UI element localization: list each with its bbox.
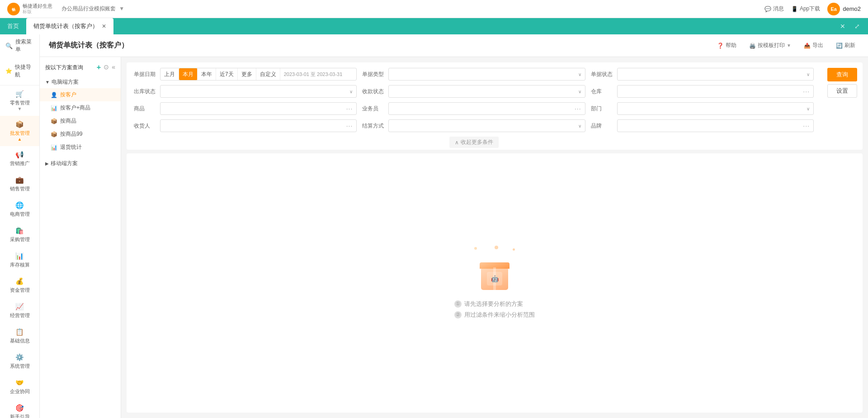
date-btn-more[interactable]: 更多 [238,68,256,80]
pay-status-control[interactable]: ∨ [388,85,585,98]
query-button[interactable]: 查询 [827,68,857,81]
sidebar-item-retail[interactable]: 🛒 零售管理 ▼ [0,86,39,116]
sidebar-item-wholesale[interactable]: 📦 批发管理 ▲ [0,116,39,146]
message-button[interactable]: 💬 消息 [764,5,784,13]
brand-field: 品牌 ··· [591,119,814,132]
sidebar-item-marketing[interactable]: 📢 营销推广 [0,146,39,171]
scheme-group-desktop-header[interactable]: ▼ 电脑端方案 [40,76,121,88]
quick-nav-item[interactable]: ⭐ 快捷导航 [0,60,39,82]
sidebar-item-newbie[interactable]: 🎯 新手引导 [0,399,39,418]
basic-info-icon: 📋 [15,328,24,336]
date-btn-7days[interactable]: 近7天 [216,68,238,80]
sidebar-item-inventory[interactable]: 📊 库存核算 [0,247,39,273]
doc-type-control[interactable]: ∨ [388,68,585,81]
export-button[interactable]: 📤 导出 [800,40,827,51]
warehouse-dots: ··· [803,88,810,95]
star-1 [474,247,477,250]
scheme-item-by-customer-goods[interactable]: 📊 按客户+商品 [40,101,121,114]
scheme-group-mobile-header[interactable]: ▶ 移动端方案 [40,157,121,170]
scheme-group-desktop: ▼ 电脑端方案 👤 按客户 📊 按客户+商品 📦 按商品 [40,74,121,156]
main-layout: 🔍 搜索菜单 ⭐ 快捷导航 🛒 零售管理 ▼ 📦 批发管理 ▲ 📢 营销推广 💼… [0,34,868,418]
app-download-button[interactable]: 📱 App下载 [791,5,820,13]
sidebar-search[interactable]: 🔍 搜索菜单 [0,34,39,57]
hint-num-2: ② [454,311,462,318]
doc-type-arrow: ∨ [578,72,581,77]
receiver-control[interactable]: ··· [160,119,357,132]
header-left: 畅 畅捷通好生意 标版 办公用品行业模拟账套 ▼ [7,3,124,15]
scheme-collapse-button[interactable]: « [112,63,115,71]
mobile-group-name: 移动端方案 [51,160,115,167]
sidebar-item-operations[interactable]: 📈 经营管理 [0,298,39,323]
date-btn-this-month[interactable]: 本月 [179,68,198,80]
group-name: 电脑端方案 [52,78,115,86]
wholesale-arrow: ▲ [18,137,22,142]
procurement-icon: 🛍️ [15,227,24,235]
scheme-settings-button[interactable]: ⊙ [104,63,109,71]
tab-home[interactable]: 首页 [0,18,26,34]
sidebar: 🔍 搜索菜单 ⭐ 快捷导航 🛒 零售管理 ▼ 📦 批发管理 ▲ 📢 营销推广 💼… [0,34,40,418]
sidebar-item-basic-info[interactable]: 📋 基础信息 [0,323,39,349]
print-arrow: ▼ [787,43,791,48]
sidebar-item-system[interactable]: ⚙️ 系统管理 [0,349,39,374]
collapse-button[interactable]: ∧ 收起更多条件 [449,137,499,148]
inventory-icon: 📊 [15,252,24,260]
app-title[interactable]: 办公用品行业模拟账套 ▼ [61,5,124,13]
content-area: 销货单统计表（按客户） ❓ 帮助 🖨️ 按模板打印 ▼ 📤 导出 🔄 刷新 [40,34,868,418]
sidebar-item-procurement[interactable]: 🛍️ 采购管理 [0,222,39,247]
quick-nav-section: ⭐ 快捷导航 [0,57,39,86]
collapse-icon: ∧ [455,139,459,146]
help-button[interactable]: ❓ 帮助 [713,40,740,51]
filter-action-buttons: 查询 设置 [827,68,857,98]
goods-control[interactable]: ··· [160,102,357,115]
tab-close-btn[interactable]: ✕ [837,21,848,32]
sidebar-item-enterprise[interactable]: 🤝 企业协同 [0,374,39,399]
user-area[interactable]: Ea demo2 [827,3,861,15]
doc-status-control[interactable]: ∨ [617,68,814,81]
scheme-item-by-customer[interactable]: 👤 按客户 [40,88,121,101]
warehouse-control[interactable]: ··· [617,85,814,98]
sidebar-item-sales[interactable]: 💼 销售管理 [0,171,39,197]
out-status-control[interactable]: ∨ [160,85,357,98]
tab-close-icon[interactable]: ✕ [102,23,106,29]
out-status-label: 出库状态 [134,88,156,95]
salesperson-control[interactable]: ··· [388,102,585,115]
tab-sales-stats[interactable]: 销货单统计表（按客户） ✕ [26,18,113,34]
scheme-item-return-stats[interactable]: 📊 退货统计 [40,141,121,154]
scheme-panel-header: 按以下方案查询 + ⊙ « [40,61,121,74]
date-label: 单据日期 [134,71,156,78]
date-btn-this-year[interactable]: 本年 [198,68,216,80]
retail-icon: 🛒 [15,90,24,98]
brand-label: 品牌 [591,122,613,130]
payment-control[interactable]: ∨ [388,119,585,132]
marketing-icon: 📢 [15,151,24,159]
page-title: 销货单统计表（按客户） [49,41,128,56]
box-face: 🤖 [487,272,502,285]
logo-text: 畅捷通好生意 标版 [23,3,52,14]
scheme-panel-title: 按以下方案查询 [45,64,83,71]
dept-control[interactable]: ∨ [617,102,814,115]
scheme-add-button[interactable]: + [97,63,101,71]
empty-state: 🤖 ① 请先选择要分析的方案 ② 用过滤条件来缩小分析范围 [454,245,535,322]
group-arrow-icon: ▼ [45,80,50,85]
date-btn-custom[interactable]: 自定义 [256,68,280,80]
date-range-text: 2023-03-01 至 2023-03-31 [280,71,357,78]
refresh-button[interactable]: 🔄 刷新 [832,40,859,51]
sidebar-item-finance[interactable]: 💰 资金管理 [0,273,39,298]
out-status-field: 出库状态 ∨ [134,85,357,98]
tab-expand-btn[interactable]: ⤢ [852,21,863,32]
empty-hint-2: ② 用过滤条件来缩小分析范围 [454,311,535,319]
doc-type-field: 单据类型 ∨ [362,68,585,81]
collapse-row: ∧ 收起更多条件 [134,137,814,148]
print-button[interactable]: 🖨️ 按模板打印 ▼ [745,40,795,51]
brand-control[interactable]: ··· [617,119,814,132]
scheme-item-by-goods99[interactable]: 📦 按商品99 [40,128,121,141]
receiver-field: 收货人 ··· [134,119,357,132]
retail-arrow: ▼ [18,106,22,111]
date-btn-last-month[interactable]: 上月 [160,68,179,80]
scheme-item-by-goods[interactable]: 📦 按商品 [40,114,121,128]
doc-status-label: 单据状态 [591,71,613,78]
settings-button[interactable]: 设置 [827,84,857,98]
user-name: demo2 [843,5,861,12]
sales-icon: 💼 [15,176,24,184]
sidebar-item-ecommerce[interactable]: 🌐 电商管理 [0,197,39,222]
